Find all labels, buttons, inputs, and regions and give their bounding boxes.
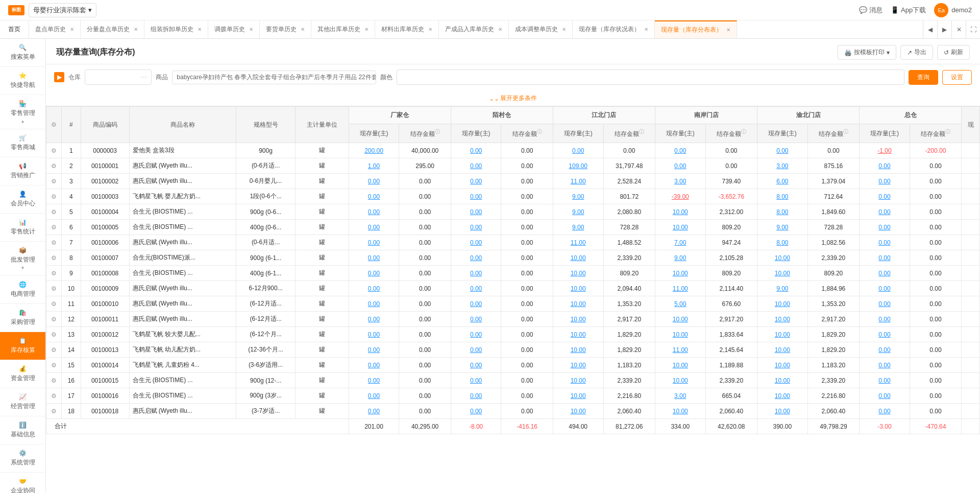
tab-combo[interactable]: 组装拆卸单历史 ✕	[144, 20, 208, 39]
row-settings-icon[interactable]: ⚙	[51, 285, 57, 292]
tab-finished-in[interactable]: 产成品入库单历史 ✕	[439, 20, 509, 39]
cell-w1q[interactable]: 0.00	[349, 281, 399, 296]
sidebar-item-marketing[interactable]: 📢 营销推广	[0, 157, 45, 185]
cell-w4q[interactable]: 3.00	[655, 174, 705, 189]
close-icon[interactable]: ✕	[726, 27, 730, 33]
tab-cost-adjust[interactable]: 成本调整单历史 ✕	[509, 20, 573, 39]
cell-w3q[interactable]: 10.00	[553, 358, 603, 373]
sidebar-item-retail-mall[interactable]: 🛒 零售商城	[0, 129, 45, 157]
cell-tq[interactable]: 0.00	[860, 312, 910, 327]
cell-w4q[interactable]: 10.00	[655, 204, 705, 220]
row-settings-icon[interactable]: ⚙	[51, 193, 57, 200]
cell-settings[interactable]: ⚙	[46, 235, 62, 250]
info-icon[interactable]: ⓘ	[537, 129, 542, 134]
cell-w2q[interactable]: 0.00	[451, 158, 501, 174]
cell-w2q[interactable]: 0.00	[451, 312, 501, 327]
row-settings-icon[interactable]: ⚙	[51, 392, 57, 400]
warehouse-input[interactable]	[89, 72, 140, 83]
cell-w3q[interactable]: 10.00	[553, 327, 603, 342]
row-settings-icon[interactable]: ⚙	[51, 346, 57, 354]
cell-w1q[interactable]: 0.00	[349, 312, 399, 327]
cell-w5q[interactable]: 10.00	[757, 342, 808, 358]
cell-w2q[interactable]: 0.00	[451, 143, 501, 158]
cell-w5q[interactable]: 6.00	[757, 174, 808, 189]
close-icon[interactable]: ✕	[498, 27, 502, 32]
cell-w2q[interactable]: 0.00	[451, 266, 501, 281]
tab-requisition[interactable]: 要货单历史 ✕	[260, 20, 311, 39]
cell-settings[interactable]: ⚙	[46, 358, 62, 373]
cell-w2q[interactable]: 0.00	[451, 373, 501, 388]
cell-w1q[interactable]: 0.00	[349, 373, 399, 388]
tab-close-btn[interactable]: ✕	[951, 20, 966, 39]
row-settings-icon[interactable]: ⚙	[51, 224, 57, 231]
cell-tq[interactable]: 0.00	[860, 373, 910, 388]
cell-w4q[interactable]: 0.00	[655, 143, 705, 158]
cell-w1q[interactable]: 0.00	[349, 266, 399, 281]
cell-w1q[interactable]: 0.00	[349, 327, 399, 342]
row-settings-icon[interactable]: ⚙	[51, 254, 57, 262]
cell-w1q[interactable]: 0.00	[349, 296, 399, 312]
cell-w2q[interactable]: 0.00	[451, 189, 501, 204]
info-icon[interactable]: ⓘ	[945, 129, 950, 134]
cell-w3q[interactable]: 9.00	[553, 189, 603, 204]
cell-w1q[interactable]: 1.00	[349, 158, 399, 174]
cell-tq[interactable]: 0.00	[860, 250, 910, 266]
cell-w5q[interactable]: 9.00	[757, 281, 808, 296]
cell-tq[interactable]: 0.00	[860, 358, 910, 373]
close-icon[interactable]: ✕	[644, 27, 648, 32]
row-settings-icon[interactable]: ⚙	[51, 300, 57, 308]
cell-w2q[interactable]: 0.00	[451, 388, 501, 404]
sidebar-item-member[interactable]: 👤 会员中心	[0, 185, 45, 214]
sidebar-item-purchase[interactable]: 🛍️ 采购管理	[0, 304, 45, 332]
tab-inventory-count[interactable]: 盘点单历史 ✕	[29, 20, 81, 39]
expand-conditions-btn[interactable]: ⌄⌄ 展开更多条件	[489, 94, 537, 103]
cell-w2q[interactable]: 0.00	[451, 235, 501, 250]
cell-w2q[interactable]: 0.00	[451, 281, 501, 296]
cell-w4q[interactable]: 7.00	[655, 235, 705, 250]
print-btn[interactable]: 🖨️ 按模板打印 ▾	[838, 45, 896, 60]
color-input[interactable]	[401, 72, 900, 83]
cell-w5q[interactable]: 10.00	[757, 250, 808, 266]
cell-w5q[interactable]: 3.00	[757, 158, 808, 174]
goods-filter-tag[interactable]: babycare孕妇待产包 春季入院全套母子组合孕妇产后冬季月子用品 22件套 …	[172, 71, 376, 84]
tab-home[interactable]: 首页	[0, 20, 29, 39]
tab-stock-status[interactable]: 现存量（库存状况表） ✕	[573, 20, 655, 39]
row-settings-icon[interactable]: ⚙	[51, 208, 57, 216]
cell-w1q[interactable]: 200.00	[349, 143, 399, 158]
sidebar-item-enterprise[interactable]: 🤝 企业协同	[0, 473, 45, 493]
cell-w3q[interactable]: 10.00	[553, 342, 603, 358]
cell-w2q[interactable]: 0.00	[451, 220, 501, 235]
cell-w3q[interactable]: 11.00	[553, 235, 603, 250]
cell-w3q[interactable]: 10.00	[553, 404, 603, 419]
query-btn[interactable]: 查询	[909, 70, 938, 85]
cell-w5q[interactable]: 10.00	[757, 296, 808, 312]
cell-w4q[interactable]: 9.00	[655, 250, 705, 266]
cell-w1q[interactable]: 0.00	[349, 174, 399, 189]
cell-w1q[interactable]: 0.00	[349, 358, 399, 373]
cell-w1q[interactable]: 0.00	[349, 204, 399, 220]
cell-w5q[interactable]: 10.00	[757, 358, 808, 373]
cell-w3q[interactable]: 10.00	[553, 281, 603, 296]
sidebar-item-finance[interactable]: 💰 资金管理	[0, 360, 45, 388]
cell-w1q[interactable]: 0.00	[349, 235, 399, 250]
tab-other-out[interactable]: 其他出库单历史 ✕	[311, 20, 375, 39]
cell-tq[interactable]: 0.00	[860, 296, 910, 312]
cell-w4q[interactable]: 11.00	[655, 281, 705, 296]
tab-prev-btn[interactable]: ◀	[923, 20, 937, 39]
sidebar-item-quick-nav[interactable]: ⭐ 快捷导航	[0, 67, 45, 95]
cell-tq[interactable]: 0.00	[860, 388, 910, 404]
cell-w1q[interactable]: 0.00	[349, 342, 399, 358]
row-settings-icon[interactable]: ⚙	[51, 162, 57, 170]
cell-w1q[interactable]: 0.00	[349, 220, 399, 235]
cell-tq[interactable]: 0.00	[860, 404, 910, 419]
cell-tq[interactable]: 0.00	[860, 281, 910, 296]
cell-w3q[interactable]: 11.00	[553, 174, 603, 189]
sidebar-item-search[interactable]: 🔍 搜索英单	[0, 39, 45, 67]
tab-next-btn[interactable]: ▶	[937, 20, 951, 39]
cell-w2q[interactable]: 0.00	[451, 358, 501, 373]
cell-settings[interactable]: ⚙	[46, 312, 62, 327]
close-icon[interactable]: ✕	[364, 27, 369, 32]
cell-w2q[interactable]: 0.00	[451, 204, 501, 220]
message-btn[interactable]: 💬 消息	[859, 6, 883, 15]
settings-btn[interactable]: 设置	[942, 70, 972, 85]
